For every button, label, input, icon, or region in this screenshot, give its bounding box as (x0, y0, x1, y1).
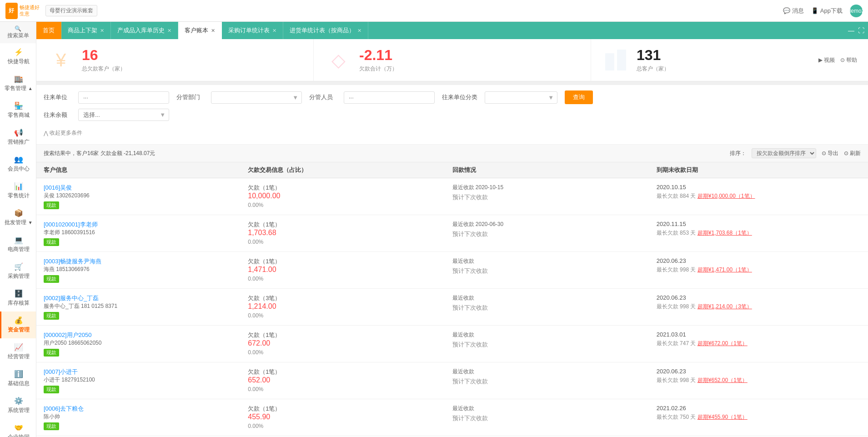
sidebar-item-retail-mall[interactable]: 🏪 零售商城 (0, 97, 36, 124)
overdue-link-3[interactable]: 超期¥1,214.00（3笔） (697, 303, 752, 310)
sidebar-item-purchase[interactable]: 🛒 采购管理 (0, 258, 36, 285)
marketing-icon: 📢 (3, 128, 34, 137)
tab-produce-history-close[interactable]: ✕ (167, 28, 171, 34)
next-payment-6: 预计下次收款 (452, 414, 657, 422)
customer-name-6[interactable]: [0006]去下粮仓 (44, 405, 248, 413)
app-download-btn[interactable]: 📱 App下载 (811, 7, 843, 15)
search-icon: 🔍 (15, 25, 21, 32)
sort-select[interactable]: 按欠款金额倒序排序 (752, 148, 816, 158)
stat-card3-content: 131 总客户（家） (637, 48, 818, 73)
help-btn[interactable]: ⊙ 帮助 (840, 56, 857, 64)
col-header-due: 到期未收款日期 (657, 166, 861, 174)
sidebar-item-finance[interactable]: 💰 资金管理 (0, 311, 36, 338)
collapse-btn[interactable]: ⋀ 收起更多条件 (44, 127, 861, 139)
stat-label-total: 总客户（家） (637, 65, 818, 73)
ecommerce-icon: 💻 (3, 236, 34, 244)
customer-name-1[interactable]: [0001020001]李老师 (44, 221, 248, 229)
sidebar-item-operation[interactable]: 📈 经营管理 (0, 338, 36, 365)
svg-rect-0 (605, 53, 614, 70)
unit-class-select[interactable] (485, 91, 557, 104)
tab-product-off[interactable]: 商品上下架 ✕ (61, 22, 111, 39)
person-input[interactable]: ··· (344, 91, 435, 104)
tab-customer-account-label: 客户账本 (185, 26, 208, 35)
last-payment-3: 最近收款 (452, 294, 657, 302)
overdue-link-6[interactable]: 超期¥455.90（1笔） (697, 414, 748, 420)
export-label: 导出 (828, 150, 838, 157)
tabs-minimize-btn[interactable]: — (848, 27, 854, 34)
balance-select[interactable]: 选择... (78, 109, 169, 121)
overdue-link-4[interactable]: 超期¥672.00（1笔） (697, 340, 748, 347)
view-video-btn[interactable]: ▶ 视频 (818, 56, 835, 64)
owe-info-2: 欠款（1笔） 1,471.00 0.00% (248, 257, 452, 282)
tab-purchase-stat[interactable]: 采购订单统计表 ✕ (222, 22, 283, 39)
tab-customer-account[interactable]: 客户账本 ✕ (178, 22, 222, 39)
sidebar-purchase-label: 采购管理 (8, 273, 30, 279)
message-icon: 💬 (783, 7, 790, 14)
max-days-0: 最长欠款 884 天 (657, 193, 696, 199)
stat-label-owe-total: 欠款合计（万） (359, 65, 397, 73)
overdue-link-0[interactable]: 超期¥10,000.00（1笔） (697, 193, 755, 199)
sidebar-item-retail-mgmt[interactable]: 🏬 零售管理 ▲ (0, 70, 36, 97)
stat-val-total: 131 (637, 48, 818, 62)
result-bar: 搜索结果中，客户16家 欠款金额 -21,148.07元 排序： 按欠款金额倒序… (36, 145, 868, 162)
tab-instock-stat[interactable]: 进货单统计表（按商品） ✕ (283, 22, 368, 39)
sidebar-item-batch-mgmt[interactable]: 📦 批发管理 ▼ (0, 204, 36, 231)
customer-name-5[interactable]: [0007]小进干 (44, 368, 248, 376)
tabs-expand-btn[interactable]: ⛶ (858, 27, 864, 34)
sidebar-item-inventory[interactable]: 🗄️ 库存核算 (0, 285, 36, 311)
last-payment-0: 最近收款 2020-10-15 (452, 184, 657, 191)
owe-info-6: 欠款（1笔） 455.90 0.00% (248, 405, 452, 429)
tab-instock-stat-close[interactable]: ✕ (357, 28, 361, 34)
user-profile[interactable]: demo2 (850, 5, 863, 17)
sidebar-item-system[interactable]: ⚙️ 系统管理 (0, 392, 36, 419)
next-payment-0: 预计下次收款 (452, 193, 657, 201)
customer-name-3[interactable]: [0002]服务中心_丁磊 (44, 294, 248, 302)
industry-select[interactable]: 母婴行业演示账套 (45, 5, 97, 16)
app-icon: 📱 (811, 7, 818, 14)
return-info-5: 最近收款 预计下次收款 (452, 368, 657, 386)
customer-info-0: [0016]吴俊 吴俊 13026203696 现款 (44, 184, 248, 209)
customer-info-2: [0003]畅捷服务尹海燕 海燕 18513066976 现款 (44, 257, 248, 283)
next-payment-4: 预计下次收款 (452, 341, 657, 349)
message-btn[interactable]: 💬 消息 (783, 7, 804, 15)
play-icon: ▶ (818, 57, 823, 63)
person-dots: ··· (349, 94, 354, 101)
sidebar-item-quick-nav[interactable]: ⚡ 快捷导航 (0, 43, 36, 70)
tab-customer-account-close[interactable]: ✕ (211, 28, 215, 34)
dept-select[interactable] (211, 91, 302, 104)
customer-name-4[interactable]: [000002]用户2050 (44, 331, 248, 339)
sidebar-item-ecommerce[interactable]: 💻 电商管理 (0, 231, 36, 258)
sidebar-item-retail-stat[interactable]: 📊 零售统计 (0, 177, 36, 204)
tab-product-off-close[interactable]: ✕ (100, 28, 104, 34)
owe-percent-1: 0.00% (248, 239, 452, 245)
customer-info-4: [000002]用户2050 用户2050 18665062050 现款 (44, 331, 248, 357)
owe-amount-6: 455.90 (248, 413, 452, 421)
max-days-1: 最长欠款 853 天 (657, 230, 696, 236)
overdue-link-2[interactable]: 超期¥1,471.00（1笔） (697, 266, 752, 273)
last-payment-6: 最近收款 (452, 405, 657, 412)
top-right-actions: 💬 消息 📱 App下载 demo2 (783, 5, 863, 17)
sidebar-item-member[interactable]: 👥 会员中心 (0, 151, 36, 177)
refresh-btn[interactable]: ⊙ 刷新 (844, 150, 861, 157)
overdue-link-1[interactable]: 超期¥1,703.68（1笔） (697, 230, 752, 236)
overdue-link-5[interactable]: 超期¥652.00（1笔） (697, 377, 748, 383)
tab-purchase-stat-close[interactable]: ✕ (272, 28, 276, 34)
tab-produce-history[interactable]: 产成品入库单历史 ✕ (111, 22, 178, 39)
query-btn[interactable]: 查询 (565, 90, 593, 104)
customer-name-0[interactable]: [0016]吴俊 (44, 184, 248, 192)
owe-amount-0: 10,000.00 (248, 192, 452, 200)
owe-count-2: 欠款（1笔） (248, 257, 452, 266)
sidebar-item-basic-info[interactable]: ℹ️ 基础信息 (0, 365, 36, 392)
sidebar-system-label: 系统管理 (8, 407, 30, 413)
customer-name-2[interactable]: [0003]畅捷服务尹海燕 (44, 257, 248, 266)
next-payment-2: 预计下次收款 (452, 267, 657, 275)
basic-info-icon: ℹ️ (3, 370, 34, 378)
export-btn[interactable]: ⊙ 导出 (822, 150, 838, 157)
sidebar-item-enterprise[interactable]: 🤝 企业协同 (0, 419, 36, 437)
search-menu-btn[interactable]: 🔍 搜索菜单 (0, 22, 36, 43)
tab-home[interactable]: 首页 (36, 22, 61, 39)
next-payment-5: 预计下次收款 (452, 377, 657, 386)
max-days-5: 最长欠款 998 天 (657, 377, 696, 383)
sidebar-item-marketing[interactable]: 📢 营销推广 (0, 124, 36, 151)
from-unit-input[interactable]: ··· (78, 91, 169, 104)
